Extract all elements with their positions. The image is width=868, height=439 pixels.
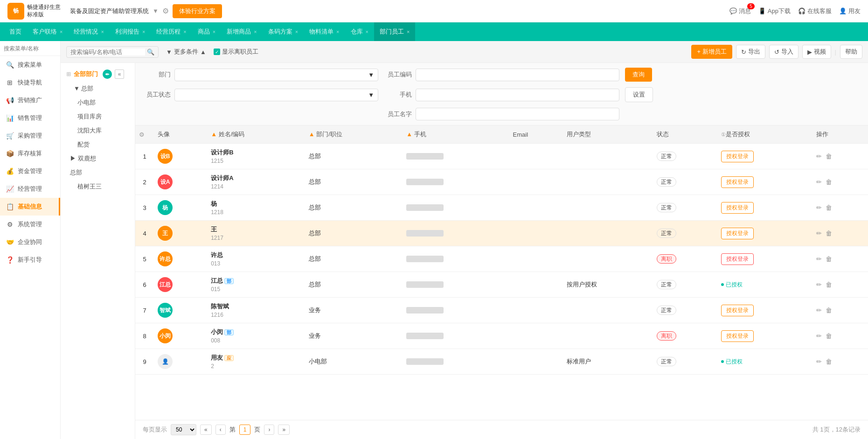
tab-warehouse[interactable]: 仓库 × [345,22,374,41]
op-buttons: ✏🗑 [816,281,864,288]
current-page[interactable]: 1 [239,425,251,435]
sidebar-search-box[interactable]: 🔍 [0,41,60,56]
export-button[interactable]: ↻ 导出 [736,45,765,59]
trial-button[interactable]: 体验行业方案 [173,4,222,18]
sidebar-item-sales[interactable]: 📊销售管理 [0,109,60,127]
delete-button[interactable]: 🗑 [826,358,832,365]
edit-button[interactable]: ✏ [816,153,822,160]
video-button[interactable]: ▶ 视频 [802,45,831,59]
edit-button[interactable]: ✏ [816,204,822,211]
sidebar-item-biz[interactable]: 📈经营管理 [0,180,60,198]
auth-button[interactable]: 授权登录 [721,305,754,316]
message-button[interactable]: 💬 消息 5 [729,7,751,15]
col-name[interactable]: ▲ 姓名/编码 [207,125,305,144]
dept-item-shenyang[interactable]: 沈阳大库 [61,124,135,138]
set-button[interactable]: 设置 [625,87,653,102]
tab-goods[interactable]: 商品 × [192,22,221,41]
delete-button[interactable]: 🗑 [826,153,832,160]
tab-new-goods[interactable]: 新增商品 × [221,22,262,41]
delete-button[interactable]: 🗑 [826,230,832,237]
first-page-button[interactable]: « [200,425,212,435]
dept-item-project[interactable]: 项目库房 [61,110,135,124]
edit-button[interactable]: ✏ [816,307,822,314]
tab-process[interactable]: 经营历程 × [151,22,192,41]
sidebar-item-inventory[interactable]: 📦库存核算 [0,145,60,162]
dept-item-zongbu2[interactable]: 总部 [61,166,135,180]
sidebar-item-purchase[interactable]: 🛒采购管理 [0,127,60,145]
search-box[interactable]: 🔍 [66,46,159,58]
delete-button[interactable]: 🗑 [826,255,832,263]
auth-button[interactable]: 授权登录 [721,202,754,214]
sidebar-item-nav[interactable]: ⊞快捷导航 [0,74,60,91]
col-settings[interactable]: ⚙ [135,125,154,144]
last-page-button[interactable]: » [278,425,290,435]
phone-blurred: *** [406,358,444,365]
col-dept[interactable]: ▲ 部门/职位 [305,125,403,144]
dept-collapse-button[interactable]: « [115,70,124,79]
add-employee-button[interactable]: + 新增员工 [691,45,732,59]
next-page-button[interactable]: › [264,425,274,435]
auth-button[interactable]: 授权登录 [721,176,754,188]
sidebar-item-finance[interactable]: 💰资金管理 [0,162,60,180]
checkbox-show-resigned[interactable]: ✓ [214,49,220,55]
sidebar-item-guide[interactable]: ❓新手引导 [0,251,60,269]
auth-button[interactable]: 授权登录 [721,228,754,239]
status-badge: 离职 [657,254,676,264]
dept-item-peihuo[interactable]: 配货 [61,138,135,152]
filter-empcode-input[interactable] [416,69,619,81]
delete-button[interactable]: 🗑 [826,281,832,288]
sidebar-item-basic[interactable]: 📋基础信息 [0,198,60,216]
filter-empname-input[interactable] [416,108,619,120]
sidebar-item-search[interactable]: 🔍搜索菜单 [0,56,60,74]
app-download-button[interactable]: 📱 App下载 [758,7,791,15]
delete-button[interactable]: 🗑 [826,204,832,211]
tab-operation[interactable]: 经营情况 × [68,22,109,41]
sidebar-item-marketing[interactable]: 📢营销推广 [0,91,60,109]
sidebar-item-system[interactable]: ⚙系统管理 [0,216,60,233]
search-input[interactable] [70,49,145,56]
edit-button[interactable]: ✏ [816,332,822,340]
auth-button[interactable]: 授权登录 [721,330,754,342]
tab-barcode[interactable]: 条码方案 × [263,22,304,41]
filter-dept-select[interactable]: ▼ [174,69,378,81]
per-page-select[interactable]: 50 100 [171,424,196,435]
sidebar-item-collab[interactable]: 🤝企业协同 [0,233,60,251]
tab-customer[interactable]: 客户联络 × [27,22,68,41]
cell-no: 9 [135,349,154,375]
help-button[interactable]: 帮助 [840,45,862,59]
delete-button[interactable]: 🗑 [826,332,832,340]
prev-page-button[interactable]: ‹ [215,425,226,435]
more-filter-button[interactable]: ▼ 更多条件 ▲ [162,46,210,58]
avatar: 小闵 [158,328,173,343]
edit-button[interactable]: ✏ [816,281,822,288]
edit-button[interactable]: ✏ [816,358,822,365]
tab-dept-staff[interactable]: 部门员工 × [374,22,415,41]
user-avatar[interactable]: 👤 用友 [839,7,861,15]
edit-button[interactable]: ✏ [816,178,822,186]
settings-icon[interactable]: ⚙ [162,7,169,15]
delete-button[interactable]: 🗑 [826,307,832,314]
show-resigned-toggle[interactable]: ✓ 显示离职员工 [214,48,258,56]
edit-button[interactable]: ✏ [816,255,822,263]
tab-profit[interactable]: 利润报告 × [110,22,151,41]
dept-all-button[interactable]: ⊞ 全部部门 ✏ « [61,67,135,82]
tab-home[interactable]: 首页 [4,22,27,41]
system-title-dropdown-icon[interactable]: ▼ [153,7,159,14]
edit-button[interactable]: ✏ [816,230,822,237]
dept-item-xiaodian[interactable]: 小电部 [61,96,135,110]
auth-button[interactable]: 授权登录 [721,151,754,162]
filter-phone-input[interactable] [416,89,619,101]
import-button[interactable]: ↺ 导入 [769,45,799,59]
dept-item-zongbu[interactable]: ▼ 总部 [61,82,135,96]
dept-item-shuanglu[interactable]: ▶ 双鹿想 [61,152,135,166]
delete-button[interactable]: 🗑 [826,178,832,186]
col-phone[interactable]: ▲ 手机 [403,125,509,144]
filter-status-select[interactable]: ▼ [174,89,378,101]
dept-edit-button[interactable]: ✏ [103,70,112,79]
query-button[interactable]: 查询 [625,68,652,82]
dept-item-zhishu[interactable]: 植树王三 [61,180,135,194]
auth-button[interactable]: 授权登录 [721,253,754,265]
online-service-button[interactable]: 🎧 在线客服 [798,7,832,15]
sidebar-search-input[interactable] [4,45,61,52]
tab-bom[interactable]: 物料清单 × [304,22,345,41]
